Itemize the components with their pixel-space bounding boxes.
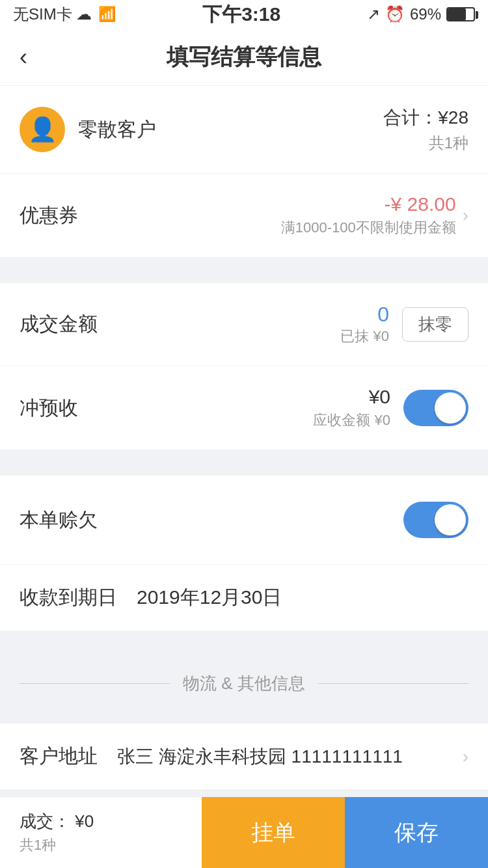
coupon-label: 优惠券	[20, 202, 78, 229]
deal-amount-section: 成交金额 0 已抹 ¥0 抹零 冲预收 ¥0 应收金额 ¥0	[0, 283, 488, 450]
avatar-icon: 👤	[28, 116, 57, 143]
chong-amount: ¥0	[313, 386, 390, 408]
section-divider-4	[0, 711, 488, 724]
bottom-count: 共1种	[20, 835, 182, 855]
bottom-deal-amount: 成交： ¥0	[20, 810, 182, 833]
coupon-discount: -¥ 28.00	[281, 193, 456, 215]
wifi-icon: 📶	[98, 6, 116, 23]
section-divider-1	[0, 270, 488, 283]
address-label: 客户地址	[20, 743, 98, 770]
logistics-header: 物流 & 其他信息	[0, 657, 488, 711]
battery-percent: 69%	[410, 5, 441, 23]
coupon-row[interactable]: 优惠券 -¥ 28.00 满1000-100不限制使用金额 ›	[0, 173, 488, 257]
bottom-deal-value: ¥0	[75, 811, 94, 831]
customer-total: 合计：¥28 共1种	[383, 105, 468, 154]
toggle-knob	[435, 392, 466, 424]
ben-dan-toggle[interactable]	[403, 502, 468, 538]
address-section: 客户地址 张三 海淀永丰科技园 11111111111 ›	[0, 724, 488, 789]
chong-yushou-row: 冲预收 ¥0 应收金额 ¥0	[0, 366, 488, 450]
chevron-right-icon: ›	[463, 205, 468, 226]
alarm-icon: ⏰	[385, 5, 405, 23]
save-button[interactable]: 保存	[345, 797, 488, 869]
customer-row: 👤 零散客户 合计：¥28 共1种	[0, 86, 488, 173]
sim-label: 无SIM卡 ☁	[13, 4, 92, 25]
round-zero-button[interactable]: 抹零	[402, 307, 468, 342]
battery-icon	[446, 7, 475, 21]
coupon-desc: 满1000-100不限制使用金额	[281, 218, 456, 237]
deal-amount-row: 成交金额 0 已抹 ¥0 抹零	[0, 283, 488, 366]
ben-dan-section: 本单赊欠 收款到期日 2019年12月30日	[0, 476, 488, 631]
chong-yushou-toggle[interactable]	[403, 390, 468, 426]
due-date-row: 收款到期日 2019年12月30日	[0, 564, 488, 631]
ben-dan-toggle-knob	[435, 504, 466, 536]
chong-yingshou: 应收金额 ¥0	[313, 411, 390, 430]
page-title: 填写结算等信息	[167, 42, 321, 72]
section-divider-3	[0, 644, 488, 657]
deal-amount-right: 0 已抹 ¥0 抹零	[340, 303, 468, 346]
chong-yushou-label: 冲预收	[20, 395, 78, 422]
logistics-line-left	[20, 683, 170, 684]
status-bar: 无SIM卡 ☁ 📶 下午3:18 ↗ ⏰ 69%	[0, 0, 488, 29]
customer-name: 零散客户	[78, 116, 156, 143]
back-button[interactable]: ‹	[20, 44, 27, 71]
customer-avatar: 👤	[20, 107, 65, 152]
deal-amount-label: 成交金额	[20, 311, 98, 338]
section-divider-2	[0, 463, 488, 476]
total-count: 共1种	[383, 133, 468, 154]
chong-amounts: ¥0 应收金额 ¥0	[313, 386, 390, 430]
hang-button[interactable]: 挂单	[202, 797, 345, 869]
content-area: 👤 零散客户 合计：¥28 共1种 优惠券 -¥ 28.00 满1000-100…	[0, 86, 488, 868]
address-chevron-icon: ›	[463, 746, 468, 767]
status-right: ↗ ⏰ 69%	[367, 5, 475, 23]
ben-dan-label: 本单赊欠	[20, 507, 98, 534]
total-amount: 合计：¥28	[383, 105, 468, 130]
ya-mo-info: 已抹 ¥0	[340, 327, 389, 346]
logistics-title: 物流 & 其他信息	[183, 672, 305, 695]
address-row[interactable]: 客户地址 张三 海淀永丰科技园 11111111111 ›	[0, 724, 488, 789]
status-time: 下午3:18	[202, 1, 280, 28]
nav-bar: ‹ 填写结算等信息	[0, 29, 488, 86]
bottom-bar: 成交： ¥0 共1种 挂单 保存	[0, 796, 488, 868]
logistics-line-right	[318, 683, 468, 684]
ben-dan-row: 本单赊欠	[0, 476, 488, 564]
customer-left: 👤 零散客户	[20, 107, 156, 152]
status-left: 无SIM卡 ☁ 📶	[13, 4, 116, 25]
deal-amount-input[interactable]: 0	[340, 303, 389, 327]
address-value: 张三 海淀永丰科技园 11111111111	[117, 744, 463, 769]
due-date-value: 2019年12月30日	[137, 584, 282, 611]
coupon-right: -¥ 28.00 满1000-100不限制使用金额 ›	[281, 193, 468, 237]
coupon-content: -¥ 28.00 满1000-100不限制使用金额	[281, 193, 456, 237]
bottom-deal-label: 成交：	[20, 811, 70, 831]
due-date-label: 收款到期日	[20, 584, 117, 611]
location-icon: ↗	[367, 5, 380, 23]
customer-section: 👤 零散客户 合计：¥28 共1种 优惠券 -¥ 28.00 满1000-100…	[0, 86, 488, 257]
chong-right: ¥0 应收金额 ¥0	[313, 386, 468, 430]
bottom-info: 成交： ¥0 共1种	[0, 810, 202, 855]
